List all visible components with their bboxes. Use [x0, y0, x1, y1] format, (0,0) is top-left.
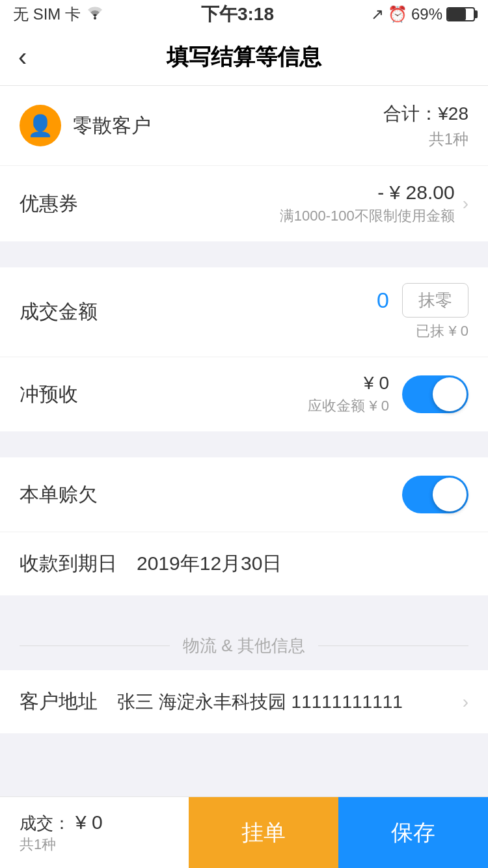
divider-2 — [0, 444, 488, 457]
credit-toggle-knob — [433, 478, 467, 511]
due-date-label: 收款到期日 — [20, 550, 117, 577]
nav-bar: ‹ 填写结算等信息 — [0, 29, 488, 86]
prepay-toggle[interactable] — [402, 375, 468, 413]
address-label: 客户地址 — [20, 688, 98, 715]
bottom-deal-value: ¥ 0 — [75, 811, 103, 834]
prepay-amount: ¥ 0 — [308, 373, 389, 394]
credit-row: 本单赊欠 — [0, 457, 488, 532]
coupon-info: - ¥ 28.00 满1000-100不限制使用金额 — [280, 182, 455, 226]
deal-amount-label: 成交金额 — [20, 299, 98, 325]
total-count: 共1种 — [383, 129, 468, 150]
save-button[interactable]: 保存 — [338, 797, 488, 868]
customer-section: 👤 零散客户 合计：¥28 共1种 优惠券 - ¥ 28.00 满1000-10… — [0, 86, 488, 241]
customer-name: 零散客户 — [73, 113, 151, 139]
divider-3 — [0, 608, 488, 621]
alarm-icon: ⏰ — [388, 5, 407, 23]
hang-order-button[interactable]: 挂单 — [189, 797, 338, 868]
deal-right: 0 抹零 — [377, 283, 468, 318]
bottom-deal-line: 成交： ¥ 0 — [20, 811, 169, 835]
status-left: 无 SIM 卡 — [13, 4, 104, 25]
battery-icon — [446, 7, 475, 21]
deal-amount-right: 0 抹零 已抹 ¥ 0 — [377, 283, 468, 341]
deal-sub-text: 已抹 ¥ 0 — [416, 321, 468, 341]
avatar: 👤 — [20, 105, 61, 146]
divider-1 — [0, 254, 488, 267]
prepay-amounts: ¥ 0 应收金额 ¥ 0 — [308, 373, 389, 416]
coupon-desc: 满1000-100不限制使用金额 — [280, 206, 455, 226]
coupon-right: - ¥ 28.00 满1000-100不限制使用金额 › — [280, 182, 468, 226]
header-line-right — [318, 645, 468, 646]
deal-amount-value: 0 — [377, 288, 389, 313]
deal-amount-row: 成交金额 0 抹零 已抹 ¥ 0 — [0, 267, 488, 357]
no-sim-text: 无 SIM 卡 — [13, 4, 81, 25]
address-row[interactable]: 客户地址 张三 海淀永丰科技园 11111111111 › — [0, 670, 488, 733]
svg-point-0 — [94, 17, 96, 20]
address-left: 客户地址 张三 海淀永丰科技园 11111111111 — [20, 688, 403, 715]
credit-section: 本单赊欠 收款到期日 2019年12月30日 — [0, 457, 488, 595]
bottom-deal-label: 成交： — [20, 812, 70, 835]
bottom-count: 共1种 — [20, 835, 169, 854]
logistics-header: 物流 & 其他信息 — [0, 621, 488, 670]
address-chevron-icon: › — [463, 692, 468, 712]
avatar-icon: 👤 — [27, 113, 53, 138]
due-date-value: 2019年12月30日 — [137, 550, 282, 577]
deal-section: 成交金额 0 抹零 已抹 ¥ 0 冲预收 ¥ 0 应收金额 ¥ 0 — [0, 267, 488, 431]
page-title: 填写结算等信息 — [167, 42, 321, 72]
back-button[interactable]: ‹ — [18, 42, 27, 72]
chevron-right-icon: › — [463, 193, 468, 214]
bottom-info: 成交： ¥ 0 共1种 — [0, 797, 189, 868]
coupon-amount: - ¥ 28.00 — [280, 182, 455, 204]
toggle-knob — [433, 377, 467, 411]
status-right: ↗ ⏰ 69% — [371, 5, 475, 23]
round-zero-button[interactable]: 抹零 — [402, 283, 468, 318]
coupon-label: 优惠券 — [20, 191, 78, 217]
customer-total: 合计：¥28 共1种 — [383, 102, 468, 150]
credit-toggle[interactable] — [402, 476, 468, 513]
bottom-bar: 成交： ¥ 0 共1种 挂单 保存 — [0, 796, 488, 868]
prepay-right: ¥ 0 应收金额 ¥ 0 — [308, 373, 468, 416]
prepay-receivable: 应收金额 ¥ 0 — [308, 396, 389, 416]
prepay-row: 冲预收 ¥ 0 应收金额 ¥ 0 — [0, 357, 488, 431]
location-icon: ↗ — [371, 5, 384, 23]
credit-label: 本单赊欠 — [20, 481, 98, 508]
prepay-label: 冲预收 — [20, 381, 78, 408]
header-line-left — [20, 645, 170, 646]
customer-row: 👤 零散客户 合计：¥28 共1种 — [0, 86, 488, 165]
status-bar: 无 SIM 卡 下午3:18 ↗ ⏰ 69% — [0, 0, 488, 29]
status-time: 下午3:18 — [201, 2, 274, 27]
battery-percent: 69% — [411, 5, 442, 23]
back-icon: ‹ — [18, 42, 27, 72]
address-value: 张三 海淀永丰科技园 11111111111 — [117, 690, 403, 714]
coupon-row[interactable]: 优惠券 - ¥ 28.00 满1000-100不限制使用金额 › — [0, 165, 488, 241]
total-price: 合计：¥28 — [383, 102, 468, 126]
wifi-icon — [86, 5, 104, 23]
customer-info: 👤 零散客户 — [20, 105, 151, 146]
logistics-label: 物流 & 其他信息 — [183, 634, 305, 657]
address-section: 客户地址 张三 海淀永丰科技园 11111111111 › — [0, 670, 488, 733]
due-date-row: 收款到期日 2019年12月30日 — [0, 532, 488, 595]
